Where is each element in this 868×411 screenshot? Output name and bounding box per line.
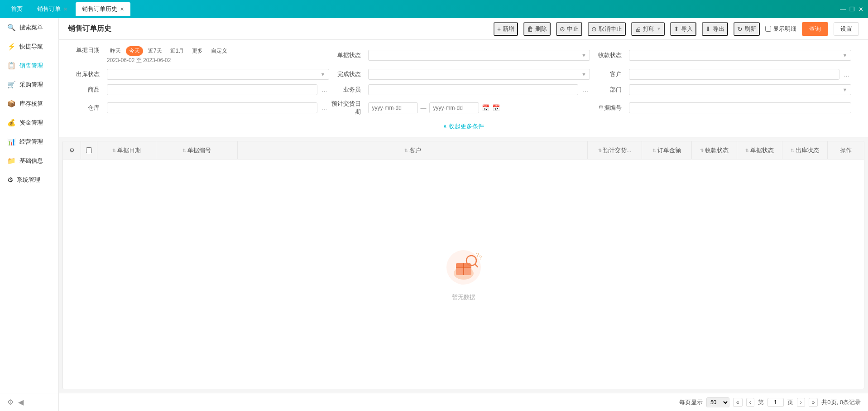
prev-page-btn[interactable]: ‹ (746, 398, 754, 407)
empty-text: 暂无数据 (452, 293, 475, 301)
next-page-btn[interactable]: › (797, 398, 805, 407)
date-custom-btn[interactable]: 自定义 (208, 46, 230, 56)
date-yesterday-btn[interactable]: 昨天 (107, 46, 124, 56)
goods-input[interactable] (107, 84, 317, 95)
date-label: 单据日期 (68, 46, 104, 54)
export-label: 导出 (713, 25, 724, 33)
expected-delivery-to[interactable] (429, 102, 479, 113)
select-all-checkbox[interactable] (86, 147, 92, 153)
restore-btn[interactable]: ❐ (849, 6, 855, 13)
search-icon: 🔍 (7, 24, 16, 32)
sidebar-item-operations[interactable]: 📊 经营管理 (0, 132, 58, 151)
total-text: 共0页, 0条记录 (821, 398, 861, 406)
bill-number-input[interactable] (629, 102, 851, 113)
customer-input[interactable] (629, 69, 839, 80)
salesperson-picker-btn[interactable]: ... (581, 86, 590, 93)
th-settings[interactable]: ⚙ (63, 141, 81, 159)
department-label: 部门 (590, 86, 626, 94)
date-month-btn[interactable]: 近1月 (167, 46, 187, 56)
sidebar-item-system-mgmt[interactable]: ⚙ 系统管理 (0, 170, 58, 189)
display-detail-checkbox[interactable] (765, 26, 771, 32)
setting-button[interactable]: 设置 (834, 22, 859, 36)
purchase-mgmt-icon: 🛒 (7, 81, 16, 89)
export-button[interactable]: ⬇ 导出 (702, 22, 728, 36)
main-layout: 🔍 搜索菜单 ⚡ 快捷导航 📋 销售管理 🛒 采购管理 📦 库存核算 💰 资金管… (0, 18, 868, 411)
operations-icon: 📊 (7, 138, 16, 146)
sidebar-item-basic-info[interactable]: 📁 基础信息 (0, 151, 58, 170)
sort-icon-payment-status[interactable]: ⇅ (700, 148, 704, 153)
sidebar-item-inventory[interactable]: 📦 库存核算 (0, 94, 58, 113)
delete-button[interactable]: 🗑 删除 (523, 22, 551, 36)
system-mgmt-icon: ⚙ (7, 176, 13, 184)
sidebar-item-quick-nav[interactable]: ⚡ 快捷导航 (0, 37, 58, 56)
tab-sales-order-close[interactable]: ✕ (63, 6, 67, 12)
import-button[interactable]: ⬆ 导入 (670, 22, 696, 36)
sidebar-item-finance-label: 资金管理 (19, 119, 43, 127)
stop-icon: ⊘ (560, 25, 565, 33)
tab-home[interactable]: 首页 (5, 2, 29, 16)
stop-button[interactable]: ⊘ 中止 (556, 22, 582, 36)
bill-status-select[interactable] (368, 50, 590, 61)
tab-sales-order-history-close[interactable]: ✕ (120, 6, 124, 12)
delete-label: 删除 (535, 25, 547, 33)
salesperson-input[interactable] (368, 84, 579, 95)
first-page-btn[interactable]: « (733, 398, 743, 407)
page-titlebar: 销售订单历史 + 新增 🗑 删除 ⊘ 中止 ⊙ 取消中止 (59, 18, 868, 40)
warehouse-label: 仓库 (68, 104, 104, 112)
sort-icon-bill-no[interactable]: ⇅ (182, 148, 186, 153)
sidebar-item-finance[interactable]: 💰 资金管理 (0, 113, 58, 132)
sidebar-item-purchase-mgmt[interactable]: 🛒 采购管理 (0, 75, 58, 94)
calendar-icon-to[interactable]: 📅 (492, 104, 500, 111)
sort-icon-customer[interactable]: ⇅ (404, 148, 408, 153)
query-button[interactable]: 查询 (802, 22, 828, 36)
sidebar-item-inventory-label: 库存核算 (19, 100, 43, 108)
sort-icon-bill-status[interactable]: ⇅ (745, 148, 749, 153)
print-button[interactable]: 🖨 打印 ▼ (631, 22, 665, 36)
tab-sales-order-history[interactable]: 销售订单历史 ✕ (76, 2, 130, 16)
sort-icon-bill-date[interactable]: ⇅ (112, 148, 116, 153)
warehouse-input[interactable] (107, 102, 317, 113)
date-more-btn[interactable]: 更多 (189, 46, 206, 56)
filter-row-3: 商品 ... 业务员 ... 部门 ▼ (68, 84, 859, 95)
minimize-btn[interactable]: — (840, 6, 846, 13)
date-7days-btn[interactable]: 近7天 (145, 46, 165, 56)
collapse-label: 收起更多条件 (449, 123, 484, 130)
sidebar-settings-icon[interactable]: ⚙ (7, 398, 14, 406)
cancel-stop-label: 取消中止 (599, 25, 622, 33)
sidebar-item-search-menu[interactable]: 🔍 搜索菜单 (0, 18, 58, 37)
payment-status-select[interactable] (629, 50, 851, 61)
warehouse-picker-btn[interactable]: ... (320, 104, 329, 111)
refresh-button[interactable]: ↻ 刷新 (734, 22, 760, 36)
sidebar-item-sales-mgmt[interactable]: 📋 销售管理 (0, 56, 58, 75)
tab-home-label: 首页 (11, 5, 23, 13)
sort-icon-order-amount[interactable]: ⇅ (652, 148, 656, 153)
goods-picker-btn[interactable]: ... (320, 86, 329, 93)
department-select[interactable] (629, 84, 851, 95)
tab-sales-order[interactable]: 销售订单 ✕ (31, 2, 74, 16)
delivery-status-select[interactable] (107, 69, 329, 80)
th-checkbox[interactable] (81, 141, 97, 159)
sidebar-collapse-icon[interactable]: ◀ (18, 398, 24, 406)
finance-icon: 💰 (7, 119, 16, 127)
close-btn[interactable]: ✕ (858, 6, 863, 13)
table-settings-icon[interactable]: ⚙ (69, 147, 75, 154)
sidebar: 🔍 搜索菜单 ⚡ 快捷导航 📋 销售管理 🛒 采购管理 📦 库存核算 💰 资金管… (0, 18, 59, 411)
customer-picker-btn[interactable]: ... (842, 71, 851, 78)
display-detail-check[interactable]: 显示明细 (765, 25, 796, 33)
sort-icon-delivery-status[interactable]: ⇅ (791, 148, 794, 153)
cancel-stop-button[interactable]: ⊙ 取消中止 (588, 22, 626, 36)
collapse-row[interactable]: ∧ 收起更多条件 (68, 121, 859, 131)
new-button[interactable]: + 新增 (494, 22, 518, 36)
tab-sales-order-history-label: 销售订单历史 (82, 5, 117, 13)
complete-status-select[interactable] (368, 69, 590, 80)
sort-icon-expected-delivery[interactable]: ⇅ (598, 148, 602, 153)
page-size-select[interactable]: 50 100 200 (706, 397, 729, 407)
collapse-icon: ∧ (443, 123, 447, 130)
date-today-btn[interactable]: 今天 (126, 46, 143, 56)
last-page-btn[interactable]: » (809, 398, 818, 407)
empty-illustration: ? ? (443, 247, 484, 288)
expected-delivery-from[interactable] (368, 102, 418, 113)
page-input[interactable] (767, 398, 784, 407)
calendar-icon-from[interactable]: 📅 (482, 104, 489, 111)
page-label: 第 (758, 398, 764, 406)
